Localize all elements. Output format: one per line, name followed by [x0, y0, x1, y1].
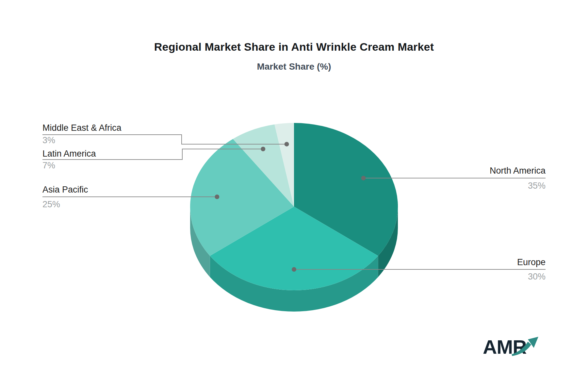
slice-percent-middle-east-africa: 3% — [42, 135, 55, 145]
slice-label-asia-pacific: Asia Pacific — [42, 185, 88, 195]
slice-label-latin-america: Latin America — [42, 149, 96, 159]
amr-logo: AMR — [483, 337, 558, 364]
amr-logo-arrow-icon — [512, 336, 539, 357]
chart-canvas: Regional Market Share in Anti Wrinkle Cr… — [0, 0, 588, 391]
leader-dot — [285, 142, 289, 146]
leader-dot — [361, 176, 366, 180]
slice-label-europe: Europe — [517, 257, 546, 267]
slice-label-north-america: North America — [490, 166, 546, 176]
slice-label-middle-east-africa: Middle East & Africa — [42, 123, 122, 133]
slice-percent-north-america: 35% — [528, 181, 546, 191]
slice-percent-asia-pacific: 25% — [42, 199, 60, 210]
leader-dot — [215, 195, 219, 199]
slice-percent-latin-america: 7% — [42, 161, 55, 171]
slice-percent-europe: 30% — [528, 272, 546, 282]
pie-chart — [0, 0, 588, 391]
leader-dot — [261, 147, 265, 151]
leader-dot — [292, 267, 296, 272]
